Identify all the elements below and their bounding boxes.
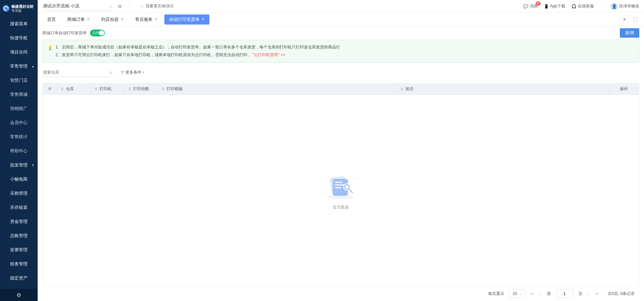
sidebar-item-label: 快捷导航 [10,35,28,41]
table: ⚙ ▲▼ 仓库 ▲▼ 打印机 ▲▼ 打印份数 ▲▼ 打 [42,83,639,286]
sidebar-item-10[interactable]: 批发管理▼ [0,158,38,172]
sidebar-item-label: 项目合同 [10,49,28,55]
sidebar-item-label: 发票管理 [10,247,28,253]
prev-page-button[interactable]: ‹ [540,291,541,296]
per-page-value: 10 [513,291,517,296]
tab-label: 售后服务 [135,16,153,23]
chevron-down-icon: ⌄ [109,4,112,8]
tab-0[interactable]: 首页 [42,14,61,25]
sidebar-item-1[interactable]: 快捷导航 [0,31,38,45]
tip-line2a: 2、发货单只可用云打印机来打，如果只有本地打印机，须将本地打印机添加为云打印机，… [55,52,251,57]
messages-badge: 8 [536,1,540,6]
chevron-down-icon: ⌄ [520,292,522,296]
page-suffix: 页 [578,291,582,297]
tab-4[interactable]: 自动打印发货单✕ [164,14,209,25]
tab-2[interactable]: 到店自提✕ [96,14,128,25]
tip-box: 💡 1、启用后，商城下单付款成功后（如果有审核是在审核之后），自动打印发货单。如… [42,40,639,63]
tab-3[interactable]: 售后服务✕ [130,14,162,25]
tab-1[interactable]: 商城订单✕ [63,14,94,25]
last-page-button[interactable]: ⇥ [595,291,598,296]
cloud-printer-link[interactable]: "云打印机管理" >> [252,52,285,57]
empty-text: 暂无数据 [333,204,349,210]
filter-icon: ▽ [121,70,124,75]
sidebar-item-17[interactable]: 税务管理 [0,257,38,271]
sidebar-item-label: 总账管理 [10,233,28,239]
content: 💡 1、启用后，商城下单付款成功后（如果有审核是在审核之后），自动打印发货单。如… [38,40,644,301]
sidebar: 畅捷通好业财 专业版 搜索菜单快捷导航项目合同零售管理▲智慧门店零售商城营销推广… [0,0,38,301]
sidebar-item-16[interactable]: 发票管理 [0,243,38,257]
user-menu[interactable]: 👤 徐泽华修改 [610,3,639,10]
sidebar-item-15[interactable]: 总账管理 [0,229,38,243]
chevron-down-icon: ▾ [143,71,145,74]
topbar-gear-icon[interactable]: ⚙ [118,4,122,9]
close-icon[interactable]: ✕ [202,17,205,22]
th-printer[interactable]: ▲▼ 打印机 [91,83,125,95]
sidebar-item-14[interactable]: 资金管理 [0,215,38,229]
sidebar-item-label: 智慧门店 [10,77,28,83]
org-selector[interactable]: 测试分开流程-小况 ⌄ [42,2,113,11]
toggle-label: 商城订单自动打印发货单 [42,30,87,36]
table-header: ⚙ ▲▼ 仓库 ▲▼ 打印机 ▲▼ 打印份数 ▲▼ 打 [43,83,639,95]
chevron-icon: ▲ [32,65,34,68]
sidebar-item-8[interactable]: 零售统计 [0,130,38,144]
download-label: App下载 [550,3,565,9]
sidebar-item-19[interactable]: 工资 [0,285,38,289]
demo-link[interactable]: ☞ 我要看实例演示 [140,3,174,9]
sidebar-item-label: 零售管理 [10,63,28,69]
page-input[interactable] [556,289,573,298]
column-settings-button[interactable]: ⚙ [43,83,57,95]
sidebar-item-12[interactable]: 采购管理 [0,186,38,200]
new-button[interactable]: 新增 [620,28,639,38]
sidebar-item-5[interactable]: 零售商城 [0,87,38,102]
more-conditions-button[interactable]: ▽ 更多条件 ▾ [121,70,145,75]
org-name: 测试分开流程-小况 [43,3,79,9]
support-button[interactable]: 🎧 在线客服 [571,3,594,9]
chevron-icon: ▼ [32,164,34,167]
sidebar-item-6[interactable]: 营销推广 [0,102,38,116]
demo-link-label: 我要看实例演示 [146,3,174,9]
close-icon[interactable]: ✕ [87,17,90,22]
fullscreen-icon[interactable]: ⛶ [631,15,639,24]
logo: 畅捷通好业财 专业版 [0,0,38,17]
next-page-button[interactable]: › [588,291,589,296]
app-download-button[interactable]: 📱 App下载 [544,3,565,9]
gear-icon[interactable] [16,292,21,298]
toggle-state: 启用 [92,31,99,35]
th-status[interactable]: ▲▼ 状态 [397,83,609,95]
sidebar-item-3[interactable]: 零售管理▲ [0,59,38,73]
close-all-tabs-button[interactable]: ✕ [620,15,629,24]
sidebar-item-label: 会员中心 [10,120,28,126]
sidebar-item-11[interactable]: 小畅电商 [0,172,38,186]
logo-icon [3,5,9,12]
enable-toggle[interactable]: 启用 [90,30,105,36]
sidebar-item-2[interactable]: 项目合同 [0,45,38,59]
empty-illustration [321,170,361,200]
svg-line-8 [349,189,353,193]
more-conditions-label: 更多条件 [125,70,142,75]
sidebar-item-label: 营销推广 [10,106,28,112]
sidebar-item-label: 零售统计 [10,134,28,140]
messages-button[interactable]: 💬 消息 8 [523,3,538,9]
th-template[interactable]: ▲▼ 打印模板 [158,83,397,95]
first-page-button[interactable]: ⇤ [531,291,534,296]
sidebar-item-label: 批发管理 [10,162,28,168]
close-icon[interactable]: ✕ [155,17,158,22]
per-page-select[interactable]: 10 ⌄ [510,289,525,298]
sort-icon: ▲▼ [94,87,97,91]
sort-icon: ▲▼ [400,87,403,91]
sidebar-item-7[interactable]: 会员中心 [0,116,38,130]
tabs-row: 首页商城订单✕到店自提✕售后服务✕自动打印发货单✕ ✕ ⛶ [38,13,644,26]
close-icon[interactable]: ✕ [121,17,124,22]
search-icon[interactable]: ⌕ [110,69,112,75]
pagination: 每页显示 10 ⌄ ⇤ ‹ 第 页 › ⇥ 共0页, 0条记录 [42,286,639,301]
sidebar-item-4[interactable]: 智慧门店 [0,73,38,87]
sidebar-item-13[interactable]: 库存核算 [0,200,38,215]
th-warehouse[interactable]: ▲▼ 仓库 [57,83,91,95]
pagination-summary: 共0页, 0条记录 [608,291,635,297]
search-input[interactable] [42,68,113,77]
sidebar-item-18[interactable]: 固定资产 [0,271,38,285]
sidebar-item-9[interactable]: 帮助中心 [0,144,38,158]
support-label: 在线客服 [578,3,594,9]
th-copies[interactable]: ▲▼ 打印份数 [125,83,158,95]
sidebar-item-0[interactable]: 搜索菜单 [0,17,38,31]
